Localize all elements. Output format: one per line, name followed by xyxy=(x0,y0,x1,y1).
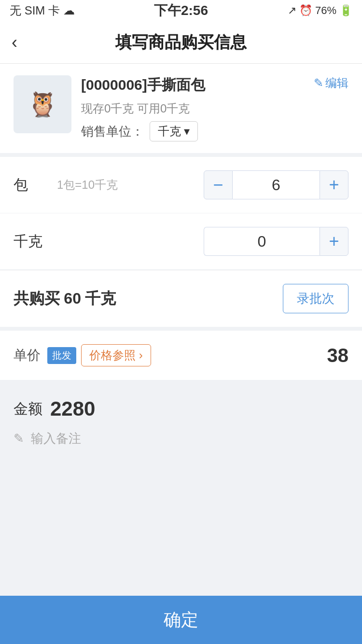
amount-section: 金额 2280 ✎ 输入备注 xyxy=(0,384,362,529)
qty-controls-kg: + xyxy=(204,227,348,256)
qty-plus-bao[interactable]: + xyxy=(320,170,348,199)
edit-label: 编辑 xyxy=(325,75,348,91)
battery-level: 76% xyxy=(315,4,336,17)
product-card: 🦉 [0000006]手撕面包 现存0千克 可用0千克 销售单位： 千克 ▾ ✎… xyxy=(0,64,362,157)
price-value: 38 xyxy=(327,345,349,366)
product-logo-icon: 🦉 xyxy=(28,90,57,118)
qty-input-bao[interactable] xyxy=(233,170,320,199)
product-name: [0000006]手撕面包 xyxy=(81,75,304,95)
unit-label: 销售单位： xyxy=(81,123,144,140)
edit-icon: ✎ xyxy=(314,76,323,90)
location-icon: ↗ xyxy=(288,4,296,17)
unit-dropdown-icon: ▾ xyxy=(184,125,190,138)
alarm-icon: ⏰ xyxy=(299,4,312,17)
qty-label-bao: 包 xyxy=(14,175,52,195)
unit-value: 千克 xyxy=(158,124,181,139)
note-row[interactable]: ✎ 输入备注 xyxy=(14,430,348,447)
quantity-section: 包 1包=10千克 − + 千克 + xyxy=(0,157,362,270)
sim-status: 无 SIM 卡 ☁ xyxy=(10,3,75,18)
note-placeholder: 输入备注 xyxy=(31,430,81,447)
total-unit: 千克 xyxy=(85,290,116,307)
status-left: 无 SIM 卡 ☁ xyxy=(10,3,75,18)
price-label: 单价 xyxy=(14,346,41,364)
product-stock: 现存0千克 可用0千克 xyxy=(81,101,304,116)
quantity-row-kg: 千克 + xyxy=(0,213,362,270)
qty-label-kg: 千克 xyxy=(14,232,52,252)
amount-value: 2280 xyxy=(50,397,95,420)
note-icon: ✎ xyxy=(14,431,24,446)
total-prefix: 共购买 xyxy=(14,290,60,307)
product-unit-row: 销售单位： 千克 ▾ xyxy=(81,121,304,141)
product-info: [0000006]手撕面包 现存0千克 可用0千克 销售单位： 千克 ▾ xyxy=(81,75,304,141)
unit-select[interactable]: 千克 ▾ xyxy=(150,121,198,141)
total-amount: 60 xyxy=(64,290,81,307)
qty-controls-bao: − + xyxy=(204,170,348,199)
batch-button[interactable]: 录批次 xyxy=(283,284,348,313)
confirm-bar[interactable]: 确定 xyxy=(0,596,362,644)
nav-bar: ‹ 填写商品购买信息 xyxy=(0,21,362,64)
battery-icon: 🔋 xyxy=(339,4,352,17)
quantity-row-bao: 包 1包=10千克 − + xyxy=(0,157,362,213)
bottom-spacer xyxy=(0,529,362,577)
edit-button[interactable]: ✎ 编辑 xyxy=(314,75,348,91)
price-type-tag: 批发 xyxy=(47,347,76,364)
page-title: 填写商品购买信息 xyxy=(115,31,247,54)
status-time: 下午2:56 xyxy=(154,1,208,20)
qty-plus-kg[interactable]: + xyxy=(320,227,348,256)
total-row: 共购买 60 千克 录批次 xyxy=(0,270,362,331)
status-right: ↗ ⏰ 76% 🔋 xyxy=(288,4,352,17)
price-ref-button[interactable]: 价格参照 › xyxy=(81,344,151,366)
qty-input-kg[interactable] xyxy=(204,227,320,256)
qty-minus-bao[interactable]: − xyxy=(204,170,233,199)
qty-hint-bao: 1包=10千克 xyxy=(52,177,204,193)
back-button[interactable]: ‹ xyxy=(12,32,17,53)
total-text: 共购买 60 千克 xyxy=(14,288,116,309)
amount-row: 金额 2280 xyxy=(14,397,348,420)
confirm-button[interactable]: 确定 xyxy=(164,608,198,632)
amount-label: 金额 xyxy=(14,399,42,419)
price-section: 单价 批发 价格参照 › 38 xyxy=(0,331,362,384)
product-image: 🦉 xyxy=(14,75,71,133)
status-bar: 无 SIM 卡 ☁ 下午2:56 ↗ ⏰ 76% 🔋 xyxy=(0,0,362,21)
